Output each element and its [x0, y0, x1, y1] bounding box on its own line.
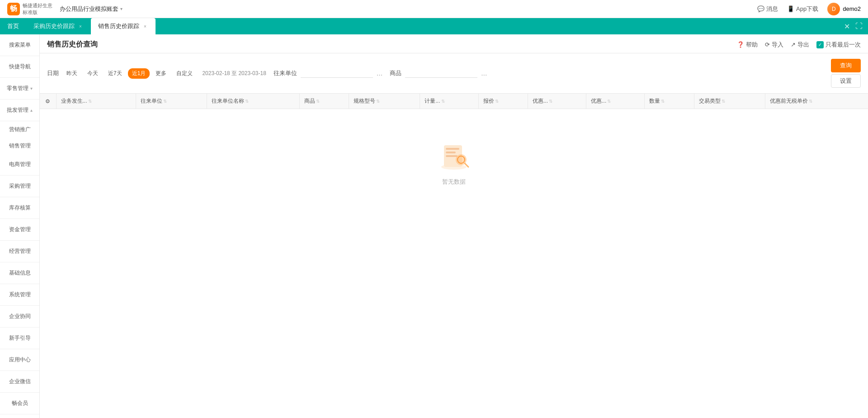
app-download-button[interactable]: 📱 App下载 [787, 5, 818, 13]
user-area[interactable]: D demo2 [827, 3, 861, 15]
query-button[interactable]: 查询 [831, 59, 861, 72]
goods-filter-label: 商品 [390, 69, 401, 77]
sidebar-item-operations[interactable]: 经营管理 [0, 241, 39, 262]
col-trade-type[interactable]: 交易类型 ⇅ [694, 94, 765, 109]
sidebar-item-marketing[interactable]: 营销推广 [0, 121, 39, 138]
date-btn-custom[interactable]: 自定义 [172, 68, 197, 79]
help-icon: ❓ [737, 41, 744, 48]
logo-icon: 畅 [7, 3, 20, 15]
sidebar-item-enterprise-wechat[interactable]: 企业微信 [0, 371, 39, 393]
chevron-down-icon: ▾ [30, 86, 33, 91]
col-discount2[interactable]: 优惠... ⇅ [586, 94, 645, 109]
sort-icon: ⇅ [495, 99, 499, 104]
sidebar-item-member[interactable]: 畅会员 [0, 393, 39, 414]
message-icon: 💬 [757, 5, 764, 12]
date-btn-7days[interactable]: 近7天 [104, 68, 126, 79]
sidebar-item-app-center[interactable]: 应用中心 [0, 349, 39, 371]
tab-home[interactable]: 首页 [0, 18, 26, 34]
col-pre-discount-price[interactable]: 优惠前无税单价 ⇅ [765, 94, 868, 109]
empty-illustration [436, 136, 472, 172]
top-bar-right: 💬 消息 📱 App下载 D demo2 [757, 3, 861, 15]
sidebar-item-search-menu[interactable]: 搜索菜单 [0, 34, 39, 56]
sidebar-item-wholesale[interactable]: 批发管理 ▴ [0, 100, 39, 121]
svg-rect-2 [446, 148, 459, 150]
partner-input[interactable] [301, 69, 373, 78]
help-button[interactable]: ❓ 帮助 [737, 41, 758, 49]
sort-icon: ⇅ [163, 99, 167, 104]
sidebar-item-basic-info[interactable]: 基础信息 [0, 262, 39, 284]
download-icon: 📱 [787, 5, 794, 12]
date-btn-today[interactable]: 今天 [83, 68, 102, 79]
message-button[interactable]: 💬 消息 [757, 5, 778, 13]
import-button[interactable]: ⟳ 导入 [765, 41, 783, 49]
date-range-display: 2023-02-18 至 2023-03-18 [202, 70, 266, 77]
date-options: 昨天 今天 近7天 近1月 更多 自定义 [62, 68, 197, 79]
table-header: ⚙ 业务发生... ⇅ 往来单位 [40, 94, 868, 109]
date-btn-1month[interactable]: 近1月 [128, 68, 150, 79]
sidebar-item-enterprise-collab[interactable]: 企业协同 [0, 306, 39, 328]
col-discount1[interactable]: 优惠... ⇅ [528, 94, 586, 109]
goods-input[interactable] [405, 69, 477, 78]
sidebar-item-purchase[interactable]: 采购管理 [0, 176, 39, 197]
col-qty[interactable]: 数量 ⇅ [645, 94, 694, 109]
maximize-window-icon[interactable]: ⛶ [855, 22, 863, 30]
settings-button[interactable]: 设置 [831, 74, 861, 88]
sort-icon: ⇅ [722, 99, 725, 104]
app-selector[interactable]: 办公用品行业模拟账套 ▾ [56, 3, 126, 15]
col-biz-date[interactable]: 业务发生... ⇅ [56, 94, 136, 109]
col-goods[interactable]: 商品 ⇅ [300, 94, 349, 109]
close-purchase-tab-icon[interactable]: × [77, 23, 84, 29]
empty-state: 暂无数据 [40, 109, 868, 213]
tab-bar: 首页 采购历史价跟踪 × 销售历史价跟踪 × ✕ ⛶ [0, 18, 868, 34]
col-quote[interactable]: 报价 ⇅ [478, 94, 528, 109]
only-last-check[interactable]: ✓ 只看最后一次 [816, 41, 861, 49]
partner-filter-label: 往来单位 [274, 69, 297, 77]
sort-icon: ⇅ [607, 99, 611, 104]
settings-col-icon: ⚙ [45, 98, 50, 104]
sidebar-item-system[interactable]: 系统管理 [0, 284, 39, 306]
date-btn-more[interactable]: 更多 [151, 68, 170, 79]
sort-icon: ⇅ [316, 99, 320, 104]
chevron-down-icon: ▾ [120, 6, 123, 11]
table-container: ⚙ 业务发生... ⇅ 往来单位 [40, 94, 868, 418]
date-btn-yesterday[interactable]: 昨天 [62, 68, 81, 79]
page-content: 销售历史价查询 ❓ 帮助 ⟳ 导入 ↗ 导出 ✓ [40, 34, 868, 418]
sidebar: 搜索菜单 快捷导航 零售管理 ▾ 批发管理 ▴ 营销推广 销售管理 电商管理 采… [0, 34, 40, 418]
content-area: 销售历史价查询 ❓ 帮助 ⟳ 导入 ↗ 导出 ✓ [40, 34, 868, 418]
import-icon: ⟳ [765, 41, 770, 48]
date-filter-group: 日期 昨天 今天 近7天 近1月 更多 自定义 2023-02-18 至 202… [47, 68, 266, 79]
close-sales-tab-icon[interactable]: × [142, 23, 148, 29]
sidebar-item-quick-nav[interactable]: 快捷导航 [0, 56, 39, 78]
sidebar-item-inventory[interactable]: 库存核算 [0, 197, 39, 219]
filter-actions: 查询 设置 [831, 59, 861, 88]
main-layout: 搜索菜单 快捷导航 零售管理 ▾ 批发管理 ▴ 营销推广 销售管理 电商管理 采… [0, 34, 868, 418]
sidebar-item-retail[interactable]: 零售管理 ▾ [0, 78, 39, 100]
sort-icon: ⇅ [245, 99, 249, 104]
sort-icon: ⇅ [661, 99, 665, 104]
goods-picker-icon[interactable]: ... [481, 69, 487, 77]
sidebar-item-finance[interactable]: 资金管理 [0, 219, 39, 241]
tab-sales-history[interactable]: 销售历史价跟踪 × [91, 18, 156, 34]
export-button[interactable]: ↗ 导出 [791, 41, 809, 49]
checkbox-icon: ✓ [816, 41, 824, 48]
sort-icon: ⇅ [809, 99, 812, 104]
sort-icon: ⇅ [441, 99, 445, 104]
sort-icon: ⇅ [376, 99, 380, 104]
close-window-icon[interactable]: ✕ [844, 22, 850, 31]
svg-rect-3 [446, 152, 456, 153]
col-partner-name[interactable]: 往来单位名称 ⇅ [207, 94, 300, 109]
col-partner-code[interactable]: 往来单位 ⇅ [136, 94, 207, 109]
sidebar-item-sales-mgmt[interactable]: 销售管理 [0, 138, 39, 154]
sidebar-item-ecommerce[interactable]: 电商管理 [0, 154, 39, 176]
partner-filter-group: 往来单位 ... [274, 69, 382, 78]
partner-picker-icon[interactable]: ... [377, 69, 382, 77]
top-bar: 畅 畅捷通好生意 标准版 办公用品行业模拟账套 ▾ 💬 消息 📱 App下载 D… [0, 0, 868, 18]
col-spec[interactable]: 规格型号 ⇅ [349, 94, 420, 109]
sidebar-item-new-user[interactable]: 新手引导 [0, 328, 39, 349]
col-unit[interactable]: 计量... ⇅ [420, 94, 478, 109]
empty-text: 暂无数据 [442, 178, 466, 186]
top-bar-left: 畅 畅捷通好生意 标准版 办公用品行业模拟账套 ▾ [7, 2, 126, 15]
goods-filter-group: 商品 ... [390, 69, 487, 78]
tab-purchase-history[interactable]: 采购历史价跟踪 × [26, 18, 91, 34]
col-settings[interactable]: ⚙ [40, 94, 56, 109]
